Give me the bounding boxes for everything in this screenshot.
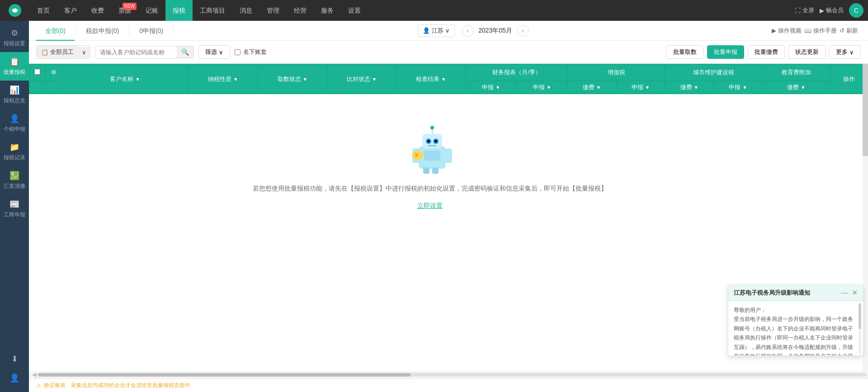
th-vat-declare: 申报 ▼ xyxy=(517,81,568,94)
region-icon: 👤 xyxy=(423,27,430,34)
prev-month-button[interactable]: ‹ xyxy=(462,25,474,37)
tab-all[interactable]: 全部(0) xyxy=(36,21,75,41)
select-all-checkbox[interactable] xyxy=(34,69,40,75)
filter-button[interactable]: 筛选 ∨ xyxy=(198,45,230,59)
employee-select-label: 📋 全部员工 xyxy=(37,46,78,58)
nav-right-actions: ⛶ 全屏 ▶ 畅会员 C xyxy=(795,3,863,18)
svg-rect-13 xyxy=(423,167,429,174)
setup-link[interactable]: 立即设置 xyxy=(417,202,443,210)
horizontal-scroll-area[interactable]: ◄ xyxy=(29,371,868,378)
app-logo[interactable] xyxy=(5,0,25,21)
tax-settings-icon: ⚙ xyxy=(9,28,19,38)
svg-rect-10 xyxy=(424,151,440,161)
member-icon: ▶ xyxy=(820,7,824,14)
th-vat-pay: 缴费 ▼ xyxy=(567,81,616,94)
sidebar-item-personal-tax[interactable]: 👤 个税申报 xyxy=(0,109,29,138)
th-urban-declare: 申报 ▼ xyxy=(616,81,665,94)
sidebar-item-tax-overview[interactable]: 📊 报税总览 xyxy=(0,81,29,109)
th-vat: 增值税 xyxy=(567,64,665,81)
empty-text: 若您想使用批量报税功能，请先在【报税设置】中进行报税的初始化设置，完成密码验证和… xyxy=(253,185,607,193)
member-btn[interactable]: ▶ 畅会员 xyxy=(820,6,844,14)
notif-scroll-track xyxy=(859,303,861,354)
sub-account-checkbox[interactable] xyxy=(235,49,241,55)
month-navigation: ‹ 2023年05月 › xyxy=(462,25,529,37)
nav-message[interactable]: 消息 xyxy=(232,0,259,21)
refresh-icon: ↺ xyxy=(840,27,844,34)
notification-minimize-btn[interactable]: — xyxy=(841,289,848,296)
region-selector: 👤 江苏 ∨ xyxy=(418,24,455,37)
th-settings[interactable]: ⚙ xyxy=(46,64,62,81)
employee-select[interactable]: 📋 全部员工 ∨ xyxy=(36,45,90,59)
toolbar-right: 批量取数 批量申报 批量缴费 状态更新 更多 ∨ xyxy=(666,45,861,59)
svg-point-5 xyxy=(427,140,430,143)
scroll-left-btn[interactable]: ◄ xyxy=(31,371,38,379)
scroll-track[interactable] xyxy=(38,373,866,377)
top-right-actions: ▶ 操作视频 📖 操作手册 ↺ 刷新 xyxy=(772,27,858,35)
notification-scrollbar[interactable] xyxy=(859,303,862,354)
annual-report-icon: 📰 xyxy=(9,199,19,209)
more-button[interactable]: 更多 ∨ xyxy=(829,45,861,59)
nav-business[interactable]: 工商项目 xyxy=(193,0,232,21)
current-month: 2023年05月 xyxy=(477,27,514,35)
nav-service[interactable]: 服务 xyxy=(314,0,341,21)
nav-settings[interactable]: 设置 xyxy=(341,0,368,21)
th-checkbox[interactable] xyxy=(29,64,46,81)
th-fetch-status: 取数状态 ▼ xyxy=(258,64,327,94)
download-icon: ⬇ xyxy=(9,354,19,364)
sidebar-item-annual-report[interactable]: 📰 工商年报 xyxy=(0,195,29,223)
search-input[interactable] xyxy=(95,47,177,58)
employee-icon: 📋 xyxy=(41,49,48,56)
annual-settle-icon: 💹 xyxy=(9,171,19,181)
nav-fee[interactable]: 收费 xyxy=(84,0,111,21)
svg-rect-14 xyxy=(432,167,439,174)
batch-pay-button[interactable]: 批量缴费 xyxy=(748,45,785,59)
notification-header: 江苏电子税务局升级影响通知 — ✕ xyxy=(728,285,863,301)
manual-icon: 📖 xyxy=(804,27,811,34)
operation-video-link[interactable]: ▶ 操作视频 xyxy=(772,27,802,35)
svg-point-6 xyxy=(434,140,437,143)
sidebar-item-tax-record[interactable]: 📁 报税记录 xyxy=(0,138,29,166)
nav-customer[interactable]: 客户 xyxy=(57,0,84,21)
sidebar-item-batch-tax[interactable]: 📋 批量报税 xyxy=(0,52,29,81)
th-settings-sub xyxy=(46,81,62,94)
toolbar: 📋 全部员工 ∨ 🔍 筛选 ∨ 名下账套 批量取数 批量申报 批量缴费 状态更新… xyxy=(29,41,868,64)
tax-overview-icon: 📊 xyxy=(9,85,19,95)
refresh-link[interactable]: ↺ 刷新 xyxy=(840,27,858,35)
top-navigation: 首页 客户 收费 票据 NEW 记账 报税 工商项目 消息 管理 经营 服务 设… xyxy=(0,0,868,21)
tab-bar: 全部(0) 税款申报(0) 0申报(0) 👤 江苏 ∨ ‹ 2023年05月 ›… xyxy=(29,21,868,41)
sidebar-item-user[interactable]: 👤 xyxy=(0,368,29,387)
th-urban-pay: 缴费 ▼ xyxy=(665,81,714,94)
notification-close-btn[interactable]: ✕ xyxy=(852,289,858,296)
filter-chevron-icon: ∨ xyxy=(219,49,223,56)
notification-popup: 江苏电子税务局升级影响通知 — ✕ 尊敬的用户： 受当前电子税务局进一步升级的影… xyxy=(728,285,863,356)
employee-select-arrow[interactable]: ∨ xyxy=(78,47,90,58)
search-button[interactable]: 🔍 xyxy=(177,46,193,58)
sidebar-item-annual-settle[interactable]: 💹 汇算清缴 xyxy=(0,166,29,195)
nav-invoice[interactable]: 票据 NEW xyxy=(111,0,138,21)
batch-declare-button[interactable]: 批量申报 xyxy=(707,45,744,59)
batch-tax-icon: 📋 xyxy=(9,57,19,67)
batch-fetch-button[interactable]: 批量取数 xyxy=(666,45,703,59)
avatar[interactable]: C xyxy=(849,3,863,18)
next-month-button[interactable]: › xyxy=(517,25,529,37)
th-check-result: 检查结果 ▼ xyxy=(396,64,466,94)
nav-tax[interactable]: 报税 xyxy=(165,0,193,21)
nav-bookkeeping[interactable]: 记账 xyxy=(138,0,165,21)
search-box: 🔍 xyxy=(95,46,194,58)
nav-home[interactable]: 首页 xyxy=(30,0,57,21)
region-button[interactable]: 👤 江苏 ∨ xyxy=(418,24,455,37)
data-table: ⚙ 客户名称 ▼ 纳税性质 ▼ 取数状态 ▼ 比对状态 ▼ 检查结果 ▼ 财务报… xyxy=(29,64,868,237)
nav-manage[interactable]: 管理 xyxy=(259,0,287,21)
warning-icon: ⚠ xyxy=(36,382,41,389)
sidebar-item-download[interactable]: ⬇ xyxy=(0,349,29,368)
nav-operation[interactable]: 经营 xyxy=(287,0,314,21)
tab-zero-declare[interactable]: 0申报(0) xyxy=(130,21,172,41)
th-checkbox-sub xyxy=(29,81,46,94)
tax-record-icon: 📁 xyxy=(9,142,19,152)
sidebar-item-tax-settings[interactable]: ⚙ 报税设置 xyxy=(0,24,29,52)
status-update-button[interactable]: 状态更新 xyxy=(788,45,826,59)
operation-manual-link[interactable]: 📖 操作手册 xyxy=(804,27,837,35)
tab-tax-declare[interactable]: 税款申报(0) xyxy=(77,21,128,41)
fullscreen-btn[interactable]: ⛶ 全屏 xyxy=(795,6,814,14)
sub-account-checkbox-label[interactable]: 名下账套 xyxy=(235,48,267,56)
